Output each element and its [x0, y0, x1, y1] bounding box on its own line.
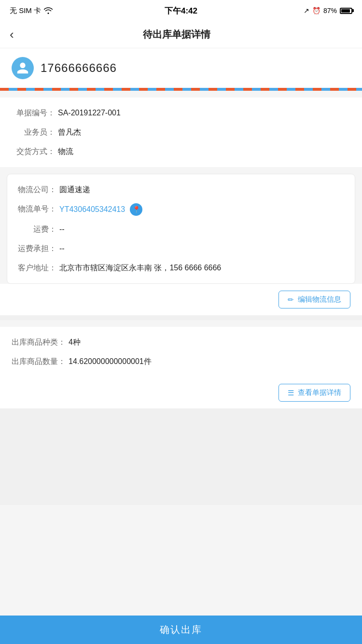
- tracking-label: 物流单号：: [17, 203, 56, 215]
- goods-section: 出库商品种类： 4种 出库商品数量： 14.620000000000001件: [0, 327, 362, 377]
- edit-logistics-button[interactable]: ✏ 编辑物流信息: [278, 291, 350, 308]
- alarm-icon: ⏰: [312, 7, 320, 14]
- status-left: 无 SIM 卡: [10, 6, 53, 15]
- doc-no-row: 单据编号： SA-20191227-001: [12, 107, 350, 119]
- doc-no-value: SA-20191227-001: [58, 107, 350, 119]
- view-btn-label: 查看单据详情: [298, 388, 341, 397]
- confirm-button[interactable]: 确认出库: [160, 623, 202, 636]
- goods-types-value: 4种: [69, 336, 350, 348]
- freight-bearer-row: 运费承担： --: [17, 243, 345, 254]
- view-detail-button[interactable]: ☰ 查看单据详情: [278, 384, 350, 402]
- status-time: 下午4:42: [165, 5, 197, 16]
- logistics-company-value: 圆通速递: [59, 184, 345, 196]
- edit-btn-row: ✏ 编辑物流信息: [0, 284, 362, 315]
- page-title: 待出库单据详情: [18, 28, 336, 41]
- freight-bearer-label: 运费承担：: [17, 243, 56, 254]
- goods-quantity-value: 14.620000000000001件: [69, 356, 350, 367]
- view-btn-row: ☰ 查看单据详情: [0, 377, 362, 408]
- delivery-row: 交货方式： 物流: [12, 146, 350, 157]
- gray-area: [0, 408, 362, 505]
- delivery-value: 物流: [58, 146, 350, 157]
- logistics-card: 物流公司： 圆通速递 物流单号： YT4306405342413 运费： -- …: [7, 174, 355, 284]
- customer-phone: 17666666666: [41, 61, 117, 75]
- tracking-number-row: 物流单号： YT4306405342413: [17, 203, 345, 216]
- goods-quantity-label: 出库商品数量：: [12, 356, 66, 367]
- dashed-divider: [0, 88, 362, 91]
- logistics-company-label: 物流公司：: [17, 184, 56, 196]
- freight-row: 运费： --: [17, 224, 345, 235]
- battery-icon: [340, 8, 352, 14]
- goods-types-row: 出库商品种类： 4种: [12, 336, 350, 348]
- goods-types-label: 出库商品种类：: [12, 336, 66, 348]
- confirm-btn-wrap: 确认出库: [0, 616, 362, 644]
- basic-info-section: 单据编号： SA-20191227-001 业务员： 曾凡杰 交货方式： 物流: [0, 98, 362, 167]
- location-icon: ↗: [304, 7, 309, 14]
- edit-btn-label: 编辑物流信息: [298, 295, 341, 304]
- salesperson-label: 业务员：: [12, 126, 55, 138]
- status-bar: 无 SIM 卡 下午4:42 ↗ ⏰ 87%: [0, 0, 362, 21]
- logistics-company-row: 物流公司： 圆通速递: [17, 184, 345, 196]
- wifi-icon: [44, 7, 53, 14]
- battery-percent: 87%: [323, 7, 337, 14]
- address-label: 客户地址：: [17, 262, 56, 274]
- section-divider: [0, 315, 362, 320]
- freight-value: --: [59, 224, 345, 235]
- delivery-label: 交货方式：: [12, 146, 55, 157]
- doc-no-label: 单据编号：: [12, 107, 55, 119]
- customer-header: 17666666666: [0, 48, 362, 88]
- freight-label: 运费：: [17, 224, 56, 235]
- salesperson-row: 业务员： 曾凡杰: [12, 126, 350, 138]
- salesperson-value: 曾凡杰: [58, 126, 350, 138]
- nav-bar: ‹ 待出库单据详情: [0, 21, 362, 48]
- tracking-value-row: YT4306405342413: [59, 203, 142, 216]
- address-value: 北京市市辖区海淀区永丰南 张，156 6666 6666: [59, 262, 345, 274]
- carrier-label: 无 SIM 卡: [10, 6, 41, 15]
- goods-quantity-row: 出库商品数量： 14.620000000000001件: [12, 356, 350, 367]
- avatar: [12, 57, 34, 79]
- tracking-value: YT4306405342413: [59, 204, 125, 215]
- view-btn-icon: ☰: [288, 389, 294, 397]
- location-pin-icon[interactable]: [130, 203, 142, 216]
- back-button[interactable]: ‹: [10, 23, 18, 46]
- freight-bearer-value: --: [59, 243, 345, 254]
- address-row: 客户地址： 北京市市辖区海淀区永丰南 张，156 6666 6666: [17, 262, 345, 274]
- status-right: ↗ ⏰ 87%: [304, 7, 352, 14]
- edit-icon: ✏: [288, 295, 294, 304]
- user-icon: [16, 61, 29, 75]
